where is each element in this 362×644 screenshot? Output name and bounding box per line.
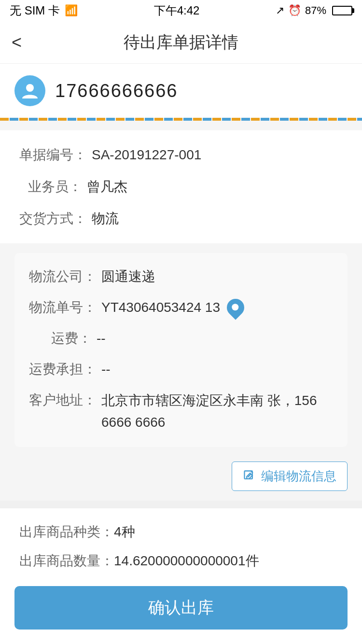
freight-value: -- (97, 328, 333, 349)
tracking-row: 物流单号： YT43064053424 13 (29, 297, 333, 318)
freight-bear-row: 运费承担： -- (29, 359, 333, 379)
goods-types-row: 出库商品种类： 4种 (19, 523, 343, 541)
wifi-icon: 📶 (65, 4, 78, 17)
goods-types-label: 出库商品种类： (19, 523, 114, 541)
delivery-method-label: 交货方式： (19, 209, 87, 229)
edit-logistics-label: 编辑物流信息 (261, 468, 336, 485)
salesman-row: 业务员： 曾凡杰 (19, 177, 343, 197)
svg-point-0 (26, 84, 34, 92)
tracking-value: YT43064053424 13 (101, 297, 333, 318)
back-button[interactable]: < (12, 32, 22, 53)
confirm-button-wrap: 确认出库 (0, 576, 362, 644)
tracking-label: 物流单号： (29, 297, 97, 318)
document-no-row: 单据编号： SA-20191227-001 (19, 145, 343, 165)
freight-bear-label: 运费承担： (29, 359, 97, 379)
battery-percentage: 87% (305, 4, 326, 17)
carrier-label: 无 SIM 卡 (10, 3, 60, 18)
goods-types-value: 4种 (114, 523, 135, 541)
logistics-company-label: 物流公司： (29, 266, 97, 287)
avatar (14, 75, 45, 106)
confirm-button[interactable]: 确认出库 (14, 586, 348, 630)
salesman-value: 曾凡杰 (87, 177, 343, 197)
status-left: 无 SIM 卡 📶 (10, 3, 78, 18)
tracking-number: YT43064053424 13 (101, 297, 220, 318)
goods-quantity-label: 出库商品数量： (19, 552, 114, 570)
delivery-method-value: 物流 (92, 209, 343, 229)
time-label: 下午4:42 (154, 3, 200, 18)
goods-quantity-row: 出库商品数量： 14.620000000000001件 (19, 552, 343, 570)
logistics-card: 物流公司： 圆通速递 物流单号： YT43064053424 13 运费： --… (14, 253, 348, 447)
salesman-label: 业务员： (19, 177, 82, 197)
logistics-company-value: 圆通速递 (101, 266, 333, 287)
goods-quantity-value: 14.620000000000001件 (114, 552, 259, 570)
nav-bar: < 待出库单据详情 (0, 21, 362, 64)
freight-bear-value: -- (101, 359, 333, 379)
document-no-label: 单据编号： (19, 145, 87, 165)
battery-icon (332, 6, 352, 15)
alarm-icon: ⏰ (288, 4, 301, 17)
document-no-value: SA-20191227-001 (92, 145, 343, 165)
edit-icon (243, 469, 256, 483)
logistics-company-row: 物流公司： 圆通速递 (29, 266, 333, 287)
goods-section: 出库商品种类： 4种 出库商品数量： 14.620000000000001件 (0, 508, 362, 585)
user-phone: 17666666666 (55, 81, 178, 101)
address-value: 北京市市辖区海淀区永丰南 张，156 6666 6666 (101, 390, 333, 434)
address-label: 客户地址： (29, 390, 97, 410)
edit-logistics-wrap: 编辑物流信息 (0, 457, 362, 501)
freight-label: 运费： (29, 328, 92, 349)
user-header: 17666666666 (0, 64, 362, 118)
address-row: 客户地址： 北京市市辖区海淀区永丰南 张，156 6666 6666 (29, 390, 333, 434)
delivery-method-row: 交货方式： 物流 (19, 209, 343, 229)
dashed-divider (0, 118, 362, 121)
section-divider (0, 501, 362, 508)
page-title: 待出库单据详情 (124, 31, 238, 54)
edit-logistics-button[interactable]: 编辑物流信息 (232, 462, 348, 491)
freight-row: 运费： -- (29, 328, 333, 349)
status-bar: 无 SIM 卡 📶 下午4:42 ↗ ⏰ 87% (0, 0, 362, 21)
confirm-button-label: 确认出库 (148, 597, 214, 619)
location-status-icon: ↗ (276, 4, 284, 17)
map-location-icon[interactable] (223, 295, 248, 320)
status-right: ↗ ⏰ 87% (276, 4, 352, 17)
base-info-section: 单据编号： SA-20191227-001 业务员： 曾凡杰 交货方式： 物流 (0, 130, 362, 243)
